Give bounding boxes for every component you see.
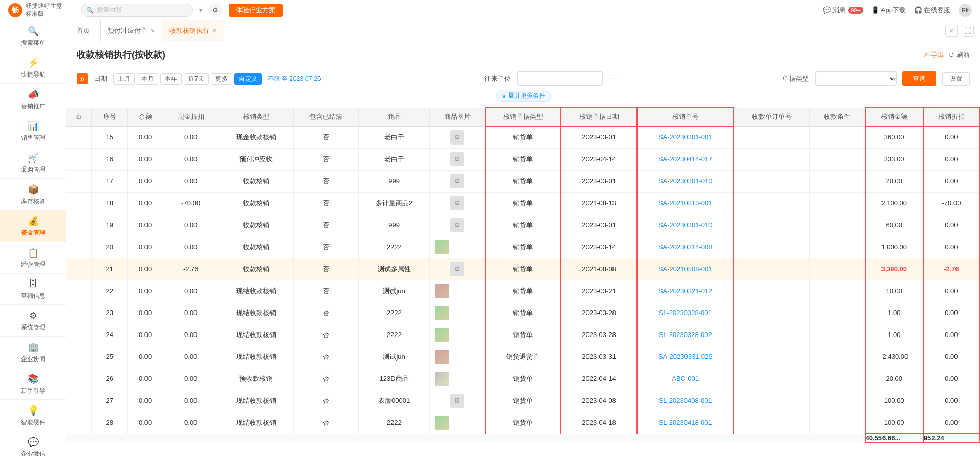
tab-collection-close-icon[interactable]: × [212,27,216,34]
date-btn-this-month[interactable]: 本月 [137,73,158,85]
cell-cancel-bill-date: 2023-03-28 [561,324,637,346]
filter-settings-btn[interactable]: 设置 [942,72,970,86]
bill-type-select[interactable] [815,71,897,86]
cell-cancel-amount: -2,430.00 [865,346,923,368]
tab-close-btn[interactable]: × [945,25,958,37]
cancel-bill-no-link[interactable]: SA-20230414-017 [658,155,713,163]
cell-cancel-bill-no[interactable]: SA-20230314-008 [637,236,734,258]
date-btn-7days[interactable]: 近7天 [184,73,209,85]
cancel-bill-no-link[interactable]: SA-20230331-026 [658,353,713,361]
cell-receipt-order-no [733,390,809,412]
refresh-btn[interactable]: ↺ 刷新 [949,50,970,59]
cancel-bill-no-link[interactable]: SL-20230328-002 [659,331,712,339]
cell-cancel-amount: 360.00 [865,126,923,148]
tab-home[interactable]: 首页 [66,20,101,41]
marketing-icon: 📣 [28,89,39,100]
sidebar-item-base[interactable]: 🗄 基础信息 [0,274,66,305]
sidebar-label-purchase: 采购管理 [21,165,45,174]
logo-text: 畅捷通好生意标准版 [26,2,62,18]
sidebar-item-finance[interactable]: 💰 资金管理 [0,210,66,242]
cancel-bill-no-link[interactable]: SA-20230321-012 [658,287,713,295]
cell-cancel-amount: 100.00 [865,412,923,434]
sidebar-item-purchase[interactable]: 🛒 采购管理 [0,147,66,179]
expand-more-btn[interactable]: ∨ 展开更多条件 [496,90,551,102]
cell-cancel-bill-no[interactable]: SL-20230328-001 [637,302,734,324]
main-content: 首页 预付冲应付单 × 收款核销执行 × × ⛶ 收款核销执行(按收款) ↗ [66,20,980,456]
cell-cancel-bill-no[interactable]: SL-20230418-001 [637,412,734,434]
sidebar-item-marketing[interactable]: 📣 营销推广 [0,84,66,115]
avatar[interactable]: Rit [959,4,972,17]
filter-expand-arrow[interactable]: » [77,73,88,84]
table-settings-icon[interactable]: ⚙ [76,113,82,121]
cancel-bill-no-link[interactable]: SL-20230418-001 [659,419,712,426]
sidebar-item-inventory[interactable]: 📦 库存核算 [0,179,66,210]
settings-gear-icon[interactable]: ⚙ [208,3,223,17]
cell-cancel-amount: 10.00 [865,280,923,302]
cell-receipt-condition [809,324,865,346]
cancel-bill-no-link[interactable]: SA-20230301-010 [658,177,713,185]
sidebar-item-quick-nav[interactable]: ⚡ 快捷导航 [0,52,66,84]
cell-cancel-bill-no[interactable]: SA-20230331-026 [637,346,734,368]
cancel-bill-no-link[interactable]: SA-20210813-001 [658,199,713,207]
cell-cancel-bill-no[interactable]: SA-20230301-001 [637,126,734,148]
sidebar-item-sales[interactable]: 📊 销售管理 [0,115,66,147]
col-cancel-type-header: 核销类型 [218,108,293,126]
date-btn-this-year[interactable]: 本年 [160,73,182,85]
sidebar-item-newbie[interactable]: 📚 新手引导 [0,368,66,400]
app-download-btn[interactable]: 📱 App下载 [871,6,906,15]
tab-prepay-close-icon[interactable]: × [151,27,155,34]
cell-product: 衣服00001 [359,390,430,412]
notification-label: 消息 [832,6,846,15]
tab-fullscreen-btn[interactable]: ⛶ [962,25,974,37]
cell-cancel-bill-no[interactable]: SA-20230414-017 [637,148,734,170]
cell-index: 23 [92,302,128,324]
sidebar-item-search[interactable]: 🔍 搜索菜单 [0,20,66,52]
cancel-bill-no-link[interactable]: SA-20230301-010 [658,221,713,229]
cell-cancel-bill-no[interactable]: SA-20230301-010 [637,170,734,192]
tab-prepay[interactable]: 预付冲应付单 × [101,20,162,41]
cell-cash-discount: 0.00 [163,170,218,192]
cancel-bill-no-link[interactable]: SA-20210808-001 [658,265,713,273]
table-row: 21 0.00 -2.76 收款核销 否 测试多属性 🖼 销货单 2021-08… [66,258,979,280]
cell-cancel-type: 收款核销 [218,214,293,236]
cell-cancel-bill-no[interactable]: SL-20230328-002 [637,324,734,346]
cell-product-img: 🖼 [429,258,485,280]
cell-cancel-bill-no[interactable]: ABC-001 [637,368,734,390]
cell-cancel-bill-no[interactable]: SL-20230408-001 [637,390,734,412]
export-btn[interactable]: ↗ 导出 [923,50,944,59]
online-service-btn[interactable]: 🎧 在线客服 [914,6,950,15]
sidebar-item-wechat[interactable]: 💬 企业微信 [0,431,66,456]
trial-btn[interactable]: 体验行业方案 [229,4,283,17]
sidebar-item-operation[interactable]: 📋 经营管理 [0,242,66,274]
search-box[interactable]: 🔍 搜索功能 [81,4,193,17]
cell-cancel-bill-no[interactable]: SA-20230321-012 [637,280,734,302]
cancel-bill-no-link[interactable]: SL-20230328-001 [659,309,712,317]
app-download-label: App下载 [881,6,906,15]
tab-collection[interactable]: 收款核销执行 × [162,20,224,41]
date-btn-custom[interactable]: 自定义 [234,73,262,85]
date-btn-last-month[interactable]: 上月 [113,73,135,85]
table-row: 25 0.00 0.00 现结收款核销 否 测试jun 销货退货单 2023-0… [66,346,979,368]
date-btn-more[interactable]: 更多 [211,73,232,85]
from-unit-input[interactable] [517,71,603,86]
cell-cancel-amount: 20.00 [865,368,923,390]
search-chevron-icon[interactable]: ▾ [199,7,202,14]
query-btn[interactable]: 查询 [902,71,936,86]
cell-cancel-type: 预收款核销 [218,368,293,390]
cell-cancel-bill-no[interactable]: SA-20230301-010 [637,214,734,236]
notification-btn[interactable]: 💬 消息 99+ [823,6,863,15]
sidebar-item-system[interactable]: ⚙ 系统管理 [0,305,66,337]
cancel-bill-no-link[interactable]: SL-20230408-001 [659,397,712,404]
cell-product-img: 🖼 [429,126,485,148]
cell-include-cleared: 否 [293,236,359,258]
sidebar-item-corp[interactable]: 🏢 企业协同 [0,337,66,368]
sidebar-label-operation: 经营管理 [21,260,45,269]
cell-cancel-bill-no[interactable]: SA-20210813-001 [637,192,734,214]
col-settings-header[interactable]: ⚙ [66,108,92,126]
cell-product-img: 🖼 [429,170,485,192]
sidebar-item-smart[interactable]: 💡 智能硬件 [0,400,66,431]
cancel-bill-no-link[interactable]: SA-20230314-008 [658,243,713,251]
cell-cancel-bill-no[interactable]: SA-20210808-001 [637,258,734,280]
cancel-bill-no-link[interactable]: SA-20230301-001 [658,133,713,141]
cancel-bill-no-link[interactable]: ABC-001 [672,375,699,382]
